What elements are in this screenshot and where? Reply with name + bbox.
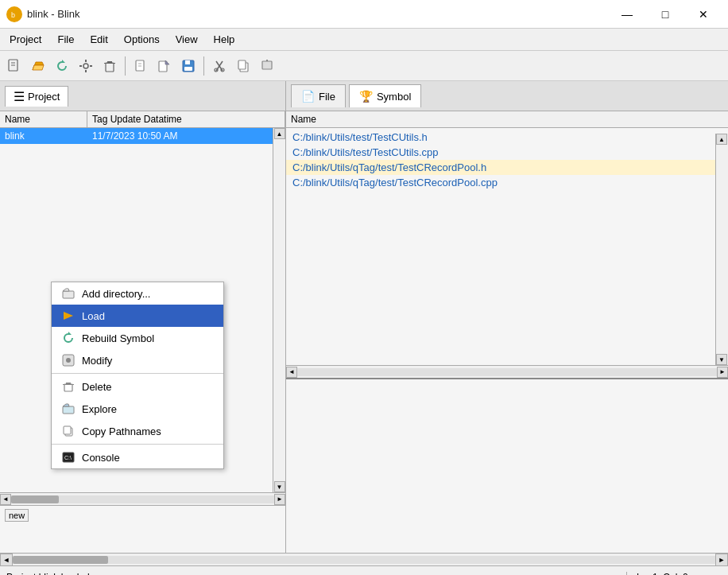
ctx-copy-pathnames-label: Copy Pathnames xyxy=(82,425,161,437)
right-scroll-left[interactable]: ◄ xyxy=(286,367,297,378)
project-tab-icon: ☰ xyxy=(14,89,25,104)
ctx-rebuild-label: Rebuild Symbol xyxy=(82,332,154,344)
svg-rect-13 xyxy=(104,63,115,64)
right-scroll-up[interactable]: ▲ xyxy=(716,134,727,145)
maximize-button[interactable]: □ xyxy=(647,3,683,25)
right-scroll-down[interactable]: ▼ xyxy=(716,354,727,365)
file-tab-label: File xyxy=(319,91,335,103)
svg-rect-33 xyxy=(64,384,72,391)
bottom-scroll-track[interactable] xyxy=(13,556,715,564)
list-item[interactable]: C:/blink/Utils/test/TestCUtils.h xyxy=(286,130,728,145)
bottom-scroll-left[interactable]: ◄ xyxy=(0,554,13,566)
file-entries: C:/blink/Utils/test/TestCUtils.h C:/blin… xyxy=(286,128,728,365)
ctx-modify[interactable]: Modify xyxy=(52,349,223,371)
ctx-console[interactable]: C:\ Console xyxy=(52,446,223,468)
list-item[interactable]: C:/blink/Utils/test/TestCUtils.cpp xyxy=(286,145,728,160)
scroll-left-arrow[interactable]: ◄ xyxy=(0,494,11,505)
svg-rect-27 xyxy=(262,61,272,69)
toolbar xyxy=(0,51,728,81)
scroll-down-arrow[interactable]: ▼ xyxy=(274,481,285,492)
svg-rect-12 xyxy=(107,61,112,63)
scroll-right-arrow[interactable]: ► xyxy=(274,494,285,505)
settings-button[interactable] xyxy=(75,55,97,77)
new-button[interactable] xyxy=(3,55,25,77)
symbol-tab-label: Symbol xyxy=(377,91,411,103)
bottom-scroll-right[interactable]: ► xyxy=(715,554,728,566)
cut-button[interactable] xyxy=(208,55,230,77)
paste-button[interactable] xyxy=(232,55,254,77)
ctx-load-label: Load xyxy=(82,310,105,322)
new-file-button[interactable] xyxy=(130,55,152,77)
menubar: Project File Edit Options View Help xyxy=(0,29,728,51)
bottom-scroll-thumb xyxy=(13,556,108,564)
svg-rect-26 xyxy=(238,60,246,69)
context-menu: Add directory... Load Rebuild Symbol Mod… xyxy=(51,282,224,469)
menu-project[interactable]: Project xyxy=(3,31,48,48)
svg-rect-11 xyxy=(106,63,114,72)
right-h-scrollbar[interactable]: ◄ ► xyxy=(286,365,728,378)
close-button[interactable]: ✕ xyxy=(685,3,722,25)
refresh-button[interactable] xyxy=(51,55,73,77)
row-date: 11/7/2023 10:50 AM xyxy=(87,128,285,144)
svg-rect-9 xyxy=(79,65,82,67)
ctx-delete-label: Delete xyxy=(82,381,112,393)
list-item[interactable]: C:/blink/Utils/qTag/test/TestCRecordPool… xyxy=(286,160,728,175)
ctx-add-directory-label: Add directory... xyxy=(82,288,150,300)
table-row[interactable]: blink 11/7/2023 10:50 AM xyxy=(0,128,285,144)
copy-pathnames-icon xyxy=(61,424,76,438)
add-directory-icon xyxy=(61,286,76,301)
right-v-scrollbar[interactable]: ▲ ▼ xyxy=(715,134,728,365)
load-icon xyxy=(61,309,76,323)
h-scrollbar[interactable]: ◄ ► xyxy=(0,492,285,505)
left-tab: ☰ Project xyxy=(0,81,285,111)
ctx-delete[interactable]: Delete xyxy=(52,375,223,398)
edit-button[interactable] xyxy=(153,55,176,77)
ctx-rebuild-symbol[interactable]: Rebuild Symbol xyxy=(52,327,223,349)
open-button[interactable] xyxy=(27,55,49,77)
svg-text:b: b xyxy=(11,11,15,19)
svg-point-6 xyxy=(83,64,88,68)
toolbar-separator-2 xyxy=(203,56,204,76)
row-name: blink xyxy=(0,128,87,144)
menu-edit[interactable]: Edit xyxy=(83,31,114,48)
svg-rect-7 xyxy=(85,60,87,62)
right-tabs: 📄 File 🏆 Symbol xyxy=(286,81,728,111)
pin-button[interactable] xyxy=(256,55,278,77)
svg-rect-19 xyxy=(185,60,190,64)
ctx-load[interactable]: Load xyxy=(52,305,223,327)
bottom-scrollbar[interactable]: ◄ ► xyxy=(0,553,728,565)
col-name: Name xyxy=(0,111,87,127)
new-tag: new xyxy=(5,509,29,522)
explore-icon xyxy=(61,402,76,416)
list-item[interactable]: C:/blink/Utils/qTag/test/TestCRecordPool… xyxy=(286,175,728,190)
svg-rect-38 xyxy=(64,426,71,434)
ctx-add-directory[interactable]: Add directory... xyxy=(52,282,223,305)
save-button[interactable] xyxy=(177,55,199,77)
svg-rect-35 xyxy=(63,384,74,385)
project-tab[interactable]: ☰ Project xyxy=(5,86,68,107)
menu-file[interactable]: File xyxy=(51,31,80,48)
menu-view[interactable]: View xyxy=(169,31,204,48)
ctx-copy-pathnames[interactable]: Copy Pathnames xyxy=(52,420,223,442)
minimize-button[interactable]: — xyxy=(609,3,645,25)
svg-marker-5 xyxy=(62,60,65,63)
file-tab[interactable]: 📄 File xyxy=(291,84,346,107)
symbol-tab[interactable]: 🏆 Symbol xyxy=(349,84,421,107)
svg-point-32 xyxy=(66,358,71,363)
svg-marker-30 xyxy=(68,332,72,335)
table-header: Name Tag Update Datatime xyxy=(0,111,285,128)
col-date: Tag Update Datatime xyxy=(87,111,285,127)
v-scrollbar[interactable]: ▲ ▼ xyxy=(273,128,285,492)
svg-rect-28 xyxy=(63,291,74,298)
menu-options[interactable]: Options xyxy=(118,31,166,48)
left-bottom: new xyxy=(0,505,285,553)
delete-button[interactable] xyxy=(99,55,121,77)
statusbar: Project blink loaded. Ln: 1, Col: 0 xyxy=(0,565,728,575)
status-text: Project blink loaded. xyxy=(6,572,614,576)
right-scroll-right[interactable]: ► xyxy=(717,367,728,378)
window-title: blink - Blink xyxy=(27,8,79,20)
scroll-up-arrow[interactable]: ▲ xyxy=(274,128,285,139)
svg-rect-8 xyxy=(85,70,87,72)
ctx-explore[interactable]: Explore xyxy=(52,398,223,420)
menu-help[interactable]: Help xyxy=(207,31,242,48)
